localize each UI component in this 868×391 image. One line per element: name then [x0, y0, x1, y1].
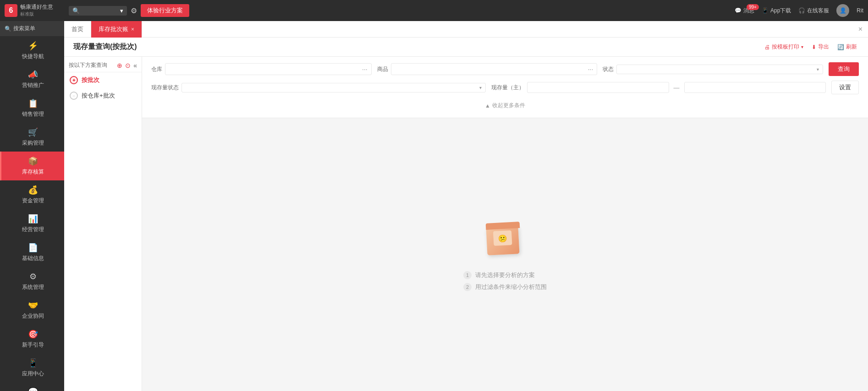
stock-qty-to-input[interactable]	[684, 82, 826, 93]
warehouse-input[interactable]: ···	[165, 63, 372, 75]
page-title: 现存量查询(按批次)	[73, 42, 137, 52]
scheme-header-title: 按以下方案查询	[69, 61, 107, 69]
top-search-input[interactable]	[82, 7, 118, 14]
print-button[interactable]: 🖨 按模板打印 ▾	[763, 42, 805, 52]
empty-tips: 1 请先选择要分析的方案 2 用过滤条件来缩小分析范围	[463, 271, 547, 291]
refresh-button[interactable]: 🔄 刷新	[835, 42, 859, 52]
tab-bar-close-all-button[interactable]: ×	[853, 25, 868, 33]
stock-status-field: 现存量状态 ▾	[151, 83, 486, 92]
online-service-label: 在线客服	[807, 7, 829, 15]
sidebar-item-purchase[interactable]: 🛒 采购管理	[0, 123, 64, 152]
message-button[interactable]: 💬 消息 99+	[735, 7, 754, 15]
sidebar-label-system: 系统管理	[22, 283, 44, 291]
status-select[interactable]: ▾	[616, 65, 823, 74]
collapse-scheme-icon[interactable]: «	[133, 62, 137, 69]
add-scheme-icon[interactable]: ⊕	[117, 62, 122, 69]
sidebar-item-enterprise-collab[interactable]: 🤝 企业协同	[0, 296, 64, 325]
tab-close-button[interactable]: ×	[131, 26, 134, 33]
stock-qty-field: 现存量（主） —	[491, 82, 826, 93]
status-label: 状态	[603, 65, 614, 73]
results-panel: 😕 1 请先选择要分析的方案	[142, 118, 868, 391]
headset-icon: 🎧	[798, 7, 805, 14]
settings-icon[interactable]: ⚙	[131, 6, 137, 15]
app-download-button[interactable]: 📱 App下载	[762, 7, 791, 15]
basic-info-icon: 📄	[28, 243, 38, 253]
tab-home-label: 首页	[71, 25, 83, 33]
sidebar-item-sales[interactable]: 📋 销售管理	[0, 94, 64, 123]
empty-state: 😕 1 请先选择要分析的方案	[445, 200, 565, 310]
sidebar-item-operations[interactable]: 📊 经营管理	[0, 209, 64, 238]
sidebar-item-system[interactable]: ⚙ 系统管理	[0, 267, 64, 296]
tip-num-2: 2	[463, 283, 472, 291]
settings-button[interactable]: 设置	[831, 81, 859, 94]
finance-icon: 💰	[28, 185, 38, 195]
message-badge: 99+	[747, 4, 759, 10]
status-chevron-icon: ▾	[817, 67, 819, 72]
sidebar-item-inventory[interactable]: 📦 库存核算	[0, 152, 64, 180]
experience-industry-button[interactable]: 体验行业方案	[141, 4, 189, 17]
user-avatar[interactable]: 👤	[836, 4, 849, 17]
tab-inventory-batch[interactable]: 库存批次账 ×	[91, 21, 142, 38]
warehouse-dots[interactable]: ···	[362, 65, 368, 73]
refresh-label: 刷新	[846, 43, 857, 51]
scheme-label-by-warehouse-batch: 按仓库+批次	[82, 92, 115, 100]
print-icon: 🖨	[764, 44, 770, 50]
search-icon: 🔍	[5, 26, 11, 32]
goods-label: 商品	[377, 65, 388, 73]
download-icon: 📱	[762, 7, 769, 14]
nav-controls: 🔍 ▾ ⚙ 体验行业方案	[69, 4, 735, 17]
filter-row-2: 现存量状态 ▾ 现存量（主） — 设置	[151, 81, 859, 94]
stock-qty-label: 现存量（主）	[491, 84, 524, 92]
sidebar-item-new-guide[interactable]: 🎯 新手引导	[0, 325, 64, 353]
tab-home[interactable]: 首页	[64, 21, 91, 38]
scheme-label-by-batch: 按批次	[82, 76, 99, 84]
top-search-bar[interactable]: 🔍 ▾	[69, 6, 127, 16]
empty-state-icon: 😕	[482, 218, 528, 264]
sidebar-item-quick-nav[interactable]: ⚡ 快捷导航	[0, 36, 64, 65]
query-button[interactable]: 查询	[829, 62, 859, 76]
chevron-up-icon: ▲	[485, 103, 490, 109]
sidebar-item-app-center[interactable]: 📱 应用中心	[0, 353, 64, 382]
stock-qty-from-input[interactable]	[527, 82, 669, 93]
sidebar-item-finance[interactable]: 💰 资金管理	[0, 180, 64, 209]
export-button[interactable]: ⬇ 导出	[810, 42, 831, 52]
scheme-item-by-warehouse-batch[interactable]: ○ 按仓库+批次	[64, 88, 142, 103]
scheme-inactive-icon: ○	[70, 92, 78, 100]
tab-bar: 首页 库存批次账 × ×	[64, 21, 868, 38]
tip-text-2: 用过滤条件来缩小分析范围	[475, 283, 547, 291]
chevron-down-icon: ▾	[120, 7, 123, 14]
goods-input[interactable]: ···	[391, 63, 598, 75]
online-service-button[interactable]: 🎧 在线客服	[798, 7, 829, 15]
top-header: 6 畅康通好生意 标准版 🔍 ▾ ⚙ 体验行业方案 💬 消息 99+ 📱 App…	[0, 0, 868, 21]
scheme-item-by-batch[interactable]: ✦ 按批次	[64, 72, 142, 88]
sidebar-label-collab: 企业协同	[22, 312, 44, 320]
scheme-panel: 按以下方案查询 ⊕ ⊙ « ✦ 按批次 ○ 按仓库+批次	[64, 57, 142, 391]
tip-num-1: 1	[463, 271, 472, 279]
content-area: 首页 库存批次账 × × 现存量查询(按批次) 🖨 按模板打印 ▾ ⬇ 导出	[64, 21, 868, 391]
print-label: 按模板打印	[772, 43, 799, 51]
logo-area: 6 畅康通好生意 标准版	[5, 4, 69, 17]
collapse-more-conditions[interactable]: ▲ 收起更多条件	[151, 99, 859, 112]
main-layout: 🔍 搜索菜单 ⚡ 快捷导航 📣 营销推广 📋 销售管理 🛒 采购管理 📦 库存核…	[0, 21, 868, 391]
goods-text-input[interactable]	[395, 66, 588, 72]
sidebar-item-enterprise-wechat[interactable]: 💬 企业微信	[0, 382, 64, 391]
settings-scheme-icon[interactable]: ⊙	[125, 62, 131, 69]
warehouse-field: 仓库 ···	[151, 63, 372, 75]
sidebar-label-purchase: 采购管理	[22, 139, 44, 147]
sidebar-item-marketing[interactable]: 📣 营销推广	[0, 65, 64, 94]
sidebar-item-basic-info[interactable]: 📄 基础信息	[0, 238, 64, 267]
goods-field: 商品 ···	[377, 63, 598, 75]
goods-dots[interactable]: ···	[588, 65, 593, 73]
marketing-icon: 📣	[28, 70, 38, 80]
sidebar-search[interactable]: 🔍 搜索菜单	[0, 21, 64, 36]
sidebar-label-operations: 经营管理	[22, 226, 44, 234]
filter-result-panel: 仓库 ··· 商品 ···	[142, 57, 868, 391]
warehouse-label: 仓库	[151, 65, 162, 73]
avatar-icon: 👤	[840, 7, 846, 14]
warehouse-text-input[interactable]	[169, 66, 362, 72]
stock-status-select[interactable]: ▾	[181, 83, 486, 92]
message-icon: 💬	[735, 7, 742, 14]
company-name: 畅康通好生意	[20, 4, 53, 11]
stock-status-chevron-icon: ▾	[479, 85, 482, 90]
operations-icon: 📊	[28, 214, 38, 224]
